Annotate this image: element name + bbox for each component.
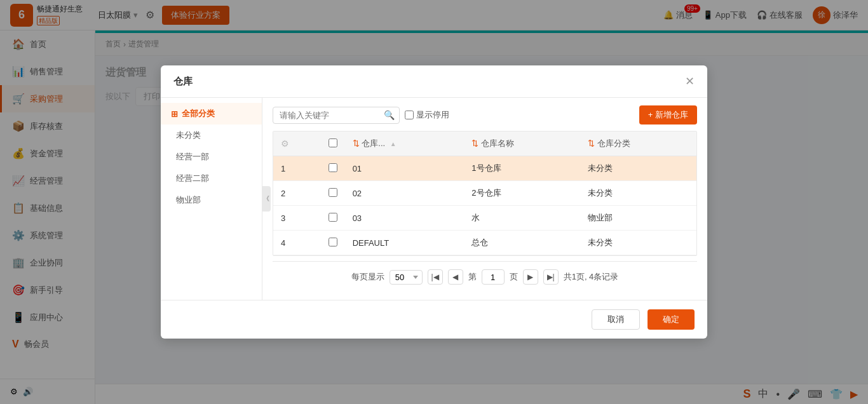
row-category: 物业部: [580, 206, 696, 231]
dialog-header: 仓库 ✕: [161, 65, 707, 98]
table-row[interactable]: 3 03 水 物业部: [273, 206, 696, 231]
row-name: 1号仓库: [464, 156, 580, 181]
last-page-btn[interactable]: ▶|: [543, 269, 559, 285]
table-row[interactable]: 4 DEFAULT 总仓 未分类: [273, 231, 696, 255]
sort-icon: ⇅: [353, 138, 360, 148]
select-all-checkbox[interactable]: [329, 138, 337, 147]
sidebar-collapse-btn[interactable]: 《: [262, 186, 271, 212]
row-name: 2号仓库: [464, 181, 580, 206]
row-no: 1: [273, 156, 321, 181]
dialog-body: ⊞ 全部分类 未分类 经营一部 经营二部 物业部 《 🔍: [161, 98, 707, 300]
modal-overlay: 仓库 ✕ ⊞ 全部分类 未分类 经营一部 经营二部 物业部 《: [0, 0, 868, 404]
add-warehouse-button[interactable]: + 新增仓库: [639, 105, 697, 125]
warehouse-table: ⚙ ⇅ 仓库... ▲ ⇅ 仓库名称: [273, 131, 697, 256]
row-category: 未分类: [580, 156, 696, 181]
row-category: 未分类: [580, 181, 696, 206]
row-checkbox[interactable]: [321, 231, 345, 255]
row-checkbox[interactable]: [321, 156, 345, 181]
confirm-button[interactable]: 确定: [648, 309, 695, 330]
row-code: 03: [345, 206, 465, 231]
grid-icon: ⊞: [171, 109, 178, 119]
row-code: 02: [345, 181, 465, 206]
search-icon[interactable]: 🔍: [384, 110, 395, 120]
dialog-toolbar: 🔍 显示停用 + 新增仓库: [273, 105, 697, 125]
dialog-main: 🔍 显示停用 + 新增仓库 ⚙: [262, 98, 707, 300]
sort-icon3: ⇅: [588, 138, 595, 148]
row-code: DEFAULT: [345, 231, 465, 255]
first-page-btn[interactable]: |◀: [428, 269, 443, 285]
prev-page-btn[interactable]: ◀: [448, 269, 463, 285]
th-name: ⇅ 仓库名称: [464, 131, 580, 156]
cat-item-operations1[interactable]: 经营一部: [161, 146, 262, 168]
close-icon[interactable]: ✕: [685, 74, 695, 88]
category-sidebar: ⊞ 全部分类 未分类 经营一部 经营二部 物业部 《: [161, 98, 262, 300]
row-name: 水: [464, 206, 580, 231]
sort-icon2: ⇅: [471, 138, 478, 148]
category-header[interactable]: ⊞ 全部分类: [161, 103, 262, 125]
row-name: 总仓: [464, 231, 580, 255]
warehouse-dialog: 仓库 ✕ ⊞ 全部分类 未分类 经营一部 经营二部 物业部 《: [161, 65, 707, 339]
row-category: 未分类: [580, 231, 696, 255]
th-settings: ⚙: [273, 131, 321, 156]
show-disabled-label[interactable]: 显示停用: [405, 109, 449, 121]
cat-item-property[interactable]: 物业部: [161, 189, 262, 211]
dialog-footer: 取消 确定: [161, 300, 707, 339]
pagination: 每页显示 50 10 20 100 |◀ ◀ 第 页 ▶ ▶| 共1页, 4条记…: [273, 261, 697, 292]
cat-item-operations2[interactable]: 经营二部: [161, 168, 262, 189]
page-number-input[interactable]: [482, 269, 505, 285]
th-code: ⇅ 仓库... ▲: [345, 131, 465, 156]
show-disabled-checkbox[interactable]: [405, 111, 414, 119]
total-info: 共1页, 4条记录: [564, 271, 619, 283]
table-row[interactable]: 1 01 1号仓库 未分类: [273, 156, 696, 181]
row-no: 3: [273, 206, 321, 231]
cancel-button[interactable]: 取消: [592, 309, 640, 330]
th-category: ⇅ 仓库分类: [580, 131, 696, 156]
cat-item-uncategorized[interactable]: 未分类: [161, 125, 262, 146]
row-checkbox[interactable]: [321, 181, 345, 206]
row-no: 2: [273, 181, 321, 206]
dialog-title: 仓库: [173, 76, 193, 88]
next-page-btn[interactable]: ▶: [523, 269, 538, 285]
search-input[interactable]: [273, 107, 400, 124]
search-box: 🔍 显示停用: [273, 107, 449, 124]
row-code: 01: [345, 156, 465, 181]
search-input-wrap: 🔍: [273, 107, 400, 124]
page-size-select[interactable]: 50 10 20 100: [390, 270, 423, 285]
table-row[interactable]: 2 02 2号仓库 未分类: [273, 181, 696, 206]
th-checkbox: [321, 131, 345, 156]
row-checkbox[interactable]: [321, 206, 345, 231]
row-no: 4: [273, 231, 321, 255]
